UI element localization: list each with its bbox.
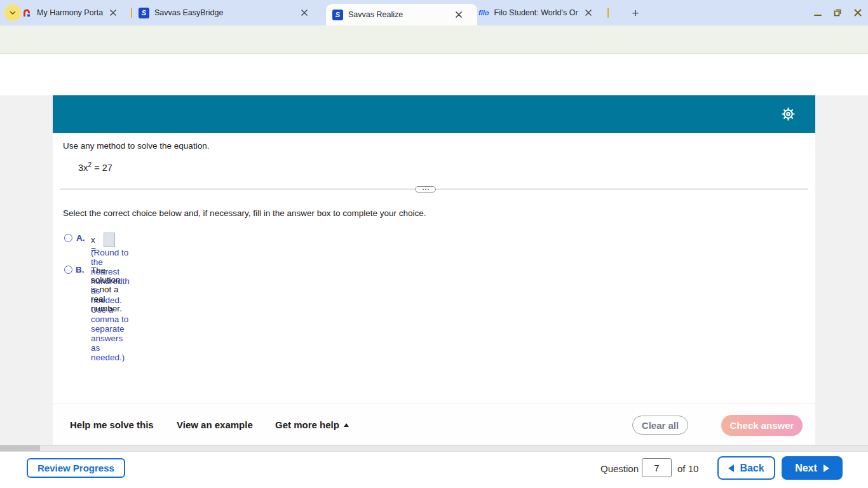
tab-my-harmony-portal[interactable]: My Harmony Portal	[22, 0, 130, 25]
equation-rhs: = 27	[94, 163, 112, 173]
choice-b-label: B.	[76, 265, 85, 274]
next-triangle-icon	[824, 464, 829, 472]
chevron-down-icon	[8, 8, 17, 17]
question-total: of 10	[677, 463, 698, 474]
question-number-input[interactable]	[642, 458, 672, 477]
tab-close-icon[interactable]	[108, 8, 118, 18]
help-bar	[53, 403, 815, 445]
help-me-solve-link[interactable]: Help me solve this	[70, 419, 154, 430]
equation: 3x2 = 27	[78, 161, 112, 173]
question-prompt: Use any method to solve the equation.	[63, 141, 209, 151]
tab-group-separator	[131, 8, 132, 18]
tab-title: My Harmony Portal	[37, 8, 103, 17]
close-window-button[interactable]	[849, 4, 867, 22]
savvas-favicon-icon: S	[139, 8, 149, 18]
filo-favicon-icon: filo	[478, 9, 489, 17]
clear-all-button[interactable]: Clear all	[632, 416, 688, 435]
minimize-button[interactable]	[809, 4, 827, 22]
left-gutter	[0, 95, 53, 445]
check-answer-button[interactable]: Check answer	[721, 415, 803, 436]
horizontal-scrollbar-track[interactable]	[0, 445, 868, 451]
savvas-favicon-icon: S	[332, 10, 343, 20]
choice-b-text: The solution is not a real number.	[91, 266, 122, 313]
tab-group-separator	[607, 8, 609, 18]
tab-savvas-easybridge[interactable]: S Savvas EasyBridge	[139, 0, 323, 25]
divider-drag-handle[interactable]	[415, 186, 436, 193]
harmony-favicon-icon	[22, 8, 32, 18]
tab-title: Filo Student: World's Only Live	[494, 8, 578, 17]
tab-title: Savvas EasyBridge	[154, 8, 294, 17]
view-example-link[interactable]: View an example	[177, 419, 253, 430]
next-button[interactable]: Next	[782, 456, 843, 480]
settings-gear-icon[interactable]	[775, 101, 801, 126]
horizontal-scrollbar-thumb[interactable]	[0, 445, 40, 451]
question-label: Question	[600, 463, 639, 474]
collapse-arrow-icon	[344, 423, 349, 427]
tab-close-icon[interactable]	[299, 8, 309, 18]
browser-titlebar: My Harmony Portal S Savvas EasyBridge S …	[0, 0, 868, 25]
tab-title: Savvas Realize	[348, 10, 449, 19]
tab-savvas-realize-active[interactable]: S Savvas Realize	[326, 4, 477, 25]
right-gutter	[815, 95, 868, 445]
question-toolbar-banner	[53, 95, 815, 133]
question-panel: Use any method to solve the equation. 3x…	[53, 133, 815, 403]
back-triangle-icon	[728, 464, 734, 472]
tab-search-button[interactable]	[4, 4, 21, 21]
tab-close-icon[interactable]	[454, 10, 464, 20]
equation-exponent: 2	[88, 161, 92, 168]
get-more-help-link[interactable]: Get more help	[275, 419, 349, 430]
review-progress-button[interactable]: Review Progress	[27, 458, 125, 478]
assignment-header: ALGEBRA II - 9MAALG2_S/P1 5-8 MATH XL DU…	[0, 54, 868, 95]
equation-lhs: 3x	[78, 163, 88, 173]
back-button[interactable]: Back	[717, 456, 775, 480]
radio-choice-a[interactable]	[64, 234, 72, 242]
restore-button[interactable]	[829, 4, 846, 22]
choice-a-label: A.	[76, 233, 85, 243]
radio-choice-b[interactable]	[64, 266, 72, 274]
browser-toolbar: savvasrealize.com/dashboard/classes/66ad…	[0, 25, 868, 54]
tab-filo-student[interactable]: filo Filo Student: World's Only Live	[478, 0, 602, 25]
new-tab-button[interactable]: +	[628, 6, 643, 21]
answer-input-box[interactable]	[104, 233, 115, 247]
choice-instruction: Select the correct choice below and, if …	[63, 208, 426, 218]
tab-close-icon[interactable]	[583, 8, 593, 18]
